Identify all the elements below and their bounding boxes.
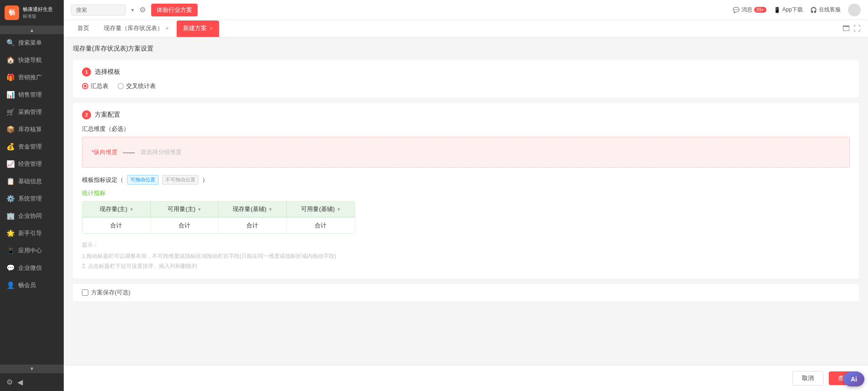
tab-inventory-status[interactable]: 现存量（库存状况表） ×	[97, 21, 175, 37]
sidebar-item-marketing[interactable]: 🎁 营销推广	[0, 69, 64, 86]
new-guide-icon: 🌟	[6, 229, 15, 237]
top-bar-search-input[interactable]	[71, 5, 126, 15]
top-bar-dropdown-icon[interactable]: ▾	[131, 7, 134, 13]
sidebar-item-label: 企业微信	[18, 264, 42, 272]
step1-title: 选择模板	[95, 68, 120, 76]
sidebar-settings-button[interactable]: ⚙	[6, 378, 13, 386]
cancel-button[interactable]: 取消	[792, 371, 823, 386]
sidebar-item-label: 营销推广	[18, 73, 42, 82]
stats-header-col4[interactable]: 可用量(基辅) ▾	[287, 201, 355, 217]
sidebar-item-label: 资金管理	[18, 143, 42, 151]
sidebar-item-enterprise[interactable]: 🏢 企业协同	[0, 207, 64, 225]
stats-header-col1[interactable]: 现存量(主) ▾	[82, 201, 151, 217]
top-bar-right: 💬 消息 99+ 📱 App下载 🎧 在线客服	[733, 4, 861, 16]
messages-icon: 💬	[733, 7, 740, 13]
sidebar-bottom: ⚙ ◀	[0, 373, 64, 391]
online-service-button[interactable]: 🎧 在线客服	[810, 6, 841, 14]
hint-item-1: 1.拖动标题栏可以调整布局，不可跨维度或指标区域拖动栏目字段(只能在同一维度或指…	[82, 252, 850, 262]
inventory-icon: 📦	[6, 125, 15, 134]
sidebar-item-new-guide[interactable]: 🌟 新手引导	[0, 225, 64, 242]
sidebar-item-quick-nav[interactable]: 🏠 快捷导航	[0, 51, 64, 69]
radio-crosstab-label: 交叉统计表	[126, 82, 156, 90]
save-option-label[interactable]: 方案保存(可选)	[82, 288, 850, 297]
sidebar-item-sales[interactable]: 📊 销售管理	[0, 86, 64, 103]
step1-card: 1 选择模板 汇总表 交叉统计表	[73, 60, 859, 98]
radio-summary[interactable]: 汇总表	[82, 82, 108, 90]
stats-table: 现存量(主) ▾ 可用量(主) ▾ 现存量(基辅) ▾ 可用量(基辅) ▾	[82, 201, 355, 234]
stats-header-col3-chevron: ▾	[269, 206, 272, 212]
indicator-config-suffix: ）	[202, 176, 208, 184]
brand-text: 畅康通好生意 标准版	[23, 6, 53, 19]
tab-home[interactable]: 首页	[71, 21, 96, 37]
sidebar-item-search-menu[interactable]: 🔍 搜索菜单	[0, 34, 64, 51]
sidebar-item-label: 基础信息	[18, 177, 42, 185]
main-area: ▾ ⚙ 体验行业方案 💬 消息 99+ 📱 App下载 🎧 在线客服	[64, 0, 868, 391]
sidebar-item-member[interactable]: 👤 畅会员	[0, 277, 64, 294]
tab-home-label: 首页	[77, 24, 89, 32]
messages-button[interactable]: 💬 消息 99+	[733, 6, 766, 14]
sidebar-item-operations[interactable]: 📈 经营管理	[0, 155, 64, 173]
member-icon: 👤	[6, 281, 15, 289]
sidebar-item-enterprise-wechat[interactable]: 💬 企业微信	[0, 259, 64, 277]
sidebar-item-base-info[interactable]: 📋 基础信息	[0, 173, 64, 190]
stats-body-col4: 合计	[287, 217, 355, 233]
stats-body-col2: 合计	[151, 217, 219, 233]
tabs-left: 首页 现存量（库存状况表） × 新建方案 ×	[71, 21, 219, 37]
step2-header: 2 方案配置	[82, 110, 850, 119]
radio-crosstab[interactable]: 交叉统计表	[117, 82, 156, 90]
enterprise-wechat-icon: 💬	[6, 264, 15, 272]
hint-section: 提示： 1.拖动标题栏可以调整布局，不可跨维度或指标区域拖动栏目字段(只能在同一…	[82, 241, 850, 271]
online-service-label: 在线客服	[819, 6, 841, 14]
sidebar-scroll-up[interactable]: ▲	[0, 26, 64, 34]
app-download-icon: 📱	[774, 7, 781, 13]
sidebar-item-finance[interactable]: 💰 资金管理	[0, 138, 64, 155]
sidebar-item-label: 企业协同	[18, 212, 42, 220]
tab-new-plan[interactable]: 新建方案 ×	[177, 21, 219, 37]
base-info-icon: 📋	[6, 177, 15, 185]
stats-header-col4-label: 可用量(基辅)	[301, 205, 335, 213]
sidebar-item-label: 销售管理	[18, 91, 42, 99]
radio-summary-label: 汇总表	[91, 82, 108, 90]
tab-minimize-button[interactable]: 🗖	[842, 25, 850, 33]
content-area: 现存量(库存状况表)方案设置 1 选择模板 汇总表 交叉统计表 2	[64, 37, 868, 365]
user-avatar[interactable]	[848, 4, 861, 16]
non-draggable-badge: 不可拖动位置	[162, 175, 199, 185]
sidebar-item-label: 采购管理	[18, 108, 42, 116]
sidebar-item-label: 搜索菜单	[18, 39, 42, 47]
stats-header-col3[interactable]: 现存量(基辅) ▾	[219, 201, 287, 217]
sidebar-item-app-center[interactable]: 📱 应用中心	[0, 242, 64, 259]
stats-header-col1-label: 现存量(主)	[100, 205, 128, 213]
dimension-separator: ——	[123, 149, 135, 156]
top-bar-gear-icon[interactable]: ⚙	[139, 5, 146, 14]
stats-table-header: 现存量(主) ▾ 可用量(主) ▾ 现存量(基辅) ▾ 可用量(基辅) ▾	[82, 201, 355, 217]
sidebar-scroll-down[interactable]: ▼	[0, 365, 64, 373]
sidebar-brand: 畅 畅康通好生意 标准版	[0, 0, 64, 26]
purchase-icon: 🛒	[6, 108, 15, 116]
sidebar-collapse-button[interactable]: ◀	[17, 378, 23, 386]
top-bar-cta-button[interactable]: 体验行业方案	[151, 4, 198, 16]
tab-expand-button[interactable]: ⛶	[853, 25, 861, 33]
app-download-button[interactable]: 📱 App下载	[774, 6, 803, 14]
save-option-checkbox[interactable]	[82, 289, 88, 296]
stats-header-col2[interactable]: 可用量(主) ▾	[151, 201, 219, 217]
indicator-config: 模板指标设定（ 可拖动位置 不可拖动位置 ）	[82, 175, 850, 185]
stats-body-col3: 合计	[219, 217, 287, 233]
tab-inventory-status-close[interactable]: ×	[166, 26, 168, 31]
stats-section-label: 统计指标	[82, 189, 850, 197]
dimension-label: 汇总维度（必选）	[82, 125, 850, 133]
dimension-box[interactable]: *纵向维度 —— 请选择分组维度	[82, 137, 850, 168]
ai-float-button[interactable]: Ai	[843, 372, 864, 386]
messages-label: 消息	[741, 6, 752, 14]
sidebar-item-label: 经营管理	[18, 160, 42, 168]
tab-new-plan-close[interactable]: ×	[209, 26, 212, 31]
step2-badge: 2	[82, 110, 91, 119]
sidebar-item-purchase[interactable]: 🛒 采购管理	[0, 103, 64, 121]
tabs-right: 🗖 ⛶	[842, 25, 861, 33]
brand-icon: 畅	[5, 5, 19, 20]
sidebar-item-system[interactable]: ⚙️ 系统管理	[0, 190, 64, 207]
dimension-placeholder: 请选择分组维度	[140, 148, 182, 156]
sidebar-item-inventory[interactable]: 📦 库存核算	[0, 121, 64, 138]
stats-header-col1-chevron: ▾	[130, 206, 133, 212]
finance-icon: 💰	[6, 143, 15, 151]
messages-badge: 99+	[754, 7, 766, 13]
